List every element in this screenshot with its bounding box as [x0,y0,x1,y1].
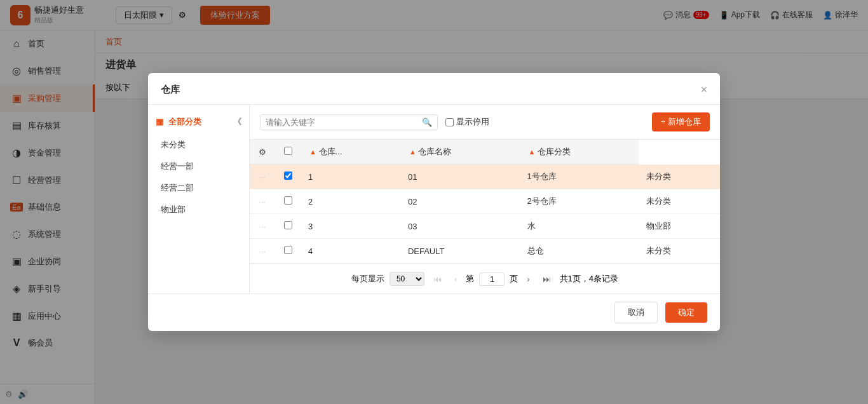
add-warehouse-button[interactable]: + 新增仓库 [652,112,710,131]
collapse-icon[interactable]: 《 [233,116,241,128]
total-info: 共1页，4条记录 [560,273,618,285]
modal-header: 仓库 × [148,73,720,105]
row-name: 总仓 [520,239,639,264]
page-input[interactable] [479,273,505,286]
category-item-dept2[interactable]: 经营二部 [148,177,249,199]
show-disabled-checkbox[interactable]: 显示停用 [445,116,489,128]
category-panel: ▦ 全部分类 《 未分类 经营一部 经营二部 物业部 [148,105,250,293]
row-code: 03 [400,214,520,239]
col-checkbox [275,140,301,165]
row-checkbox[interactable] [275,189,301,214]
per-page-label: 每页显示 [351,273,384,285]
row-actions[interactable]: ··· [250,189,275,214]
next-page-button[interactable]: › [523,273,533,285]
table-row[interactable]: ··· 1 01 1号仓库 未分类 [250,165,720,189]
table-row[interactable]: ··· 2 02 2号仓库 未分类 [250,189,720,214]
row-checkbox[interactable] [275,239,301,264]
row-actions[interactable]: ··· [250,239,275,264]
row-num: 3 [301,214,400,239]
col-code: ▲ 仓库... [301,140,400,165]
modal-footer: 取消 确定 [148,293,720,331]
row-checkbox[interactable] [275,214,301,239]
confirm-button[interactable]: 确定 [665,302,707,323]
grid-icon: ▦ [156,117,163,126]
row-actions[interactable]: ··· [250,165,275,189]
sort-icon-name: ▲ [409,148,416,156]
row-actions[interactable]: ··· [250,214,275,239]
page-label: 第 [466,273,474,285]
col-gear-icon: ⚙ [259,147,266,157]
row-name: 2号仓库 [520,189,639,214]
page-unit: 页 [510,273,518,285]
warehouse-table-wrap: ⚙ ▲ 仓库... ▲ [250,140,720,264]
prev-page-button[interactable]: ‹ [451,273,461,285]
row-num: 1 [301,165,400,189]
show-disabled-label: 显示停用 [456,116,489,128]
col-name: ▲ 仓库名称 [400,140,520,165]
search-icon[interactable]: 🔍 [422,118,432,127]
per-page-select[interactable]: 50 100 [390,272,424,286]
search-box: 🔍 [260,114,438,130]
first-page-button[interactable]: ⏮ [430,273,445,285]
category-item-property[interactable]: 物业部 [148,199,249,220]
modal-overlay[interactable]: 仓库 × ▦ 全部分类 《 未分类 经营一部 经营二部 物业部 [0,0,868,404]
row-name: 1号仓库 [520,165,639,189]
warehouse-table: ⚙ ▲ 仓库... ▲ [250,140,720,264]
row-checkbox[interactable] [275,165,301,189]
table-row[interactable]: ··· 4 DEFAULT 总仓 未分类 [250,239,720,264]
pagination: 每页显示 50 100 ⏮ ‹ 第 页 › ⏭ 共1页，4条记录 [250,264,720,293]
row-code: 02 [400,189,520,214]
category-header: ▦ 全部分类 《 [148,112,249,134]
search-input[interactable] [266,118,419,127]
modal-close-button[interactable]: × [700,83,707,97]
row-name: 水 [520,214,639,239]
modal-toolbar: 🔍 显示停用 + 新增仓库 [250,105,720,140]
row-category: 未分类 [639,239,720,264]
cancel-button[interactable]: 取消 [614,302,658,323]
category-item-unclassified[interactable]: 未分类 [148,134,249,156]
show-disabled-input[interactable] [445,118,454,126]
row-code: 01 [400,165,520,189]
row-code: DEFAULT [400,239,520,264]
col-gear: ⚙ [250,140,275,165]
col-category: ▲ 仓库分类 [520,140,639,165]
warehouse-modal: 仓库 × ▦ 全部分类 《 未分类 经营一部 经营二部 物业部 [148,73,720,331]
row-num: 2 [301,189,400,214]
content-panel: 🔍 显示停用 + 新增仓库 ⚙ [250,105,720,293]
category-item-dept1[interactable]: 经营一部 [148,156,249,177]
sort-icon-cat: ▲ [529,148,536,156]
row-category: 未分类 [639,189,720,214]
all-category-label[interactable]: 全部分类 [168,117,201,126]
row-category: 物业部 [639,214,720,239]
row-category: 未分类 [639,165,720,189]
sort-icon: ▲ [309,148,316,156]
table-row[interactable]: ··· 3 03 水 物业部 [250,214,720,239]
select-all-checkbox[interactable] [284,147,292,155]
modal-title: 仓库 [161,84,180,96]
row-num: 4 [301,239,400,264]
last-page-button[interactable]: ⏭ [539,273,555,285]
modal-body: ▦ 全部分类 《 未分类 经营一部 经营二部 物业部 🔍 [148,105,720,293]
